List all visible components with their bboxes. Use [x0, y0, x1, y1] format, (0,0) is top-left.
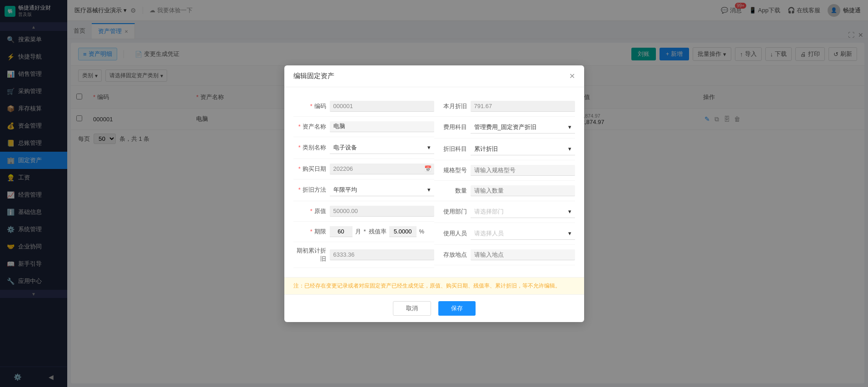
- initial-accum-label: 期初累计折旧: [293, 247, 330, 263]
- edit-asset-dialog: 编辑固定资产 ✕ 编码 资产名称: [284, 65, 584, 322]
- initial-accum-input[interactable]: [330, 249, 434, 260]
- dialog-overlay: 编辑固定资产 ✕ 编码 资产名称: [0, 0, 868, 387]
- user-select[interactable]: 请选择人员 ▾: [471, 228, 575, 240]
- monthly-dep-input: [471, 101, 575, 112]
- form-row-spec: 规格型号: [434, 160, 575, 181]
- dep-method-label: 折旧方法: [293, 186, 330, 194]
- dep-method-select[interactable]: 年限平均 ▾: [330, 184, 434, 196]
- purchase-date-input-container: 📅: [330, 164, 434, 174]
- residual-rate-input[interactable]: [389, 226, 417, 237]
- form-row-dep-account: 折旧科目 累计折旧 ▾: [434, 139, 575, 160]
- spec-label: 规格型号: [434, 166, 471, 174]
- form-row-user: 使用人员 请选择人员 ▾: [434, 223, 575, 245]
- purchase-date-label: 购买日期: [293, 165, 330, 173]
- period-input[interactable]: [330, 226, 352, 237]
- expense-account-label: 费用科目: [434, 123, 471, 131]
- dialog-footer: 取消 保存: [284, 294, 584, 322]
- period-label: 期限: [293, 228, 330, 236]
- purchase-date-input[interactable]: [330, 164, 422, 174]
- dep-account-select[interactable]: 累计折旧 ▾: [471, 143, 575, 155]
- asset-name-input[interactable]: [330, 121, 434, 132]
- user-placeholder: 请选择人员: [474, 229, 504, 238]
- dept-select[interactable]: 请选择部门 ▾: [471, 206, 575, 218]
- form-row-location: 存放地点: [434, 245, 575, 265]
- form-row-dep-method: 折旧方法 年限平均 ▾: [293, 179, 434, 201]
- spec-input[interactable]: [471, 165, 575, 176]
- quantity-label: 数量: [434, 187, 471, 195]
- form-row-code: 编码: [293, 96, 434, 117]
- form-row-quantity: 数量: [434, 181, 575, 201]
- chevron-down-icon: ▾: [568, 208, 571, 215]
- expense-account-select[interactable]: 管理费用_固定资产折旧 ▾: [471, 121, 575, 134]
- dept-label: 使用部门: [434, 208, 471, 216]
- calendar-icon[interactable]: 📅: [422, 165, 434, 172]
- category-select[interactable]: 电子设备 ▾: [330, 142, 434, 154]
- pct-unit: %: [419, 228, 425, 235]
- code-input[interactable]: [330, 101, 434, 112]
- dep-method-value: 年限平均: [333, 186, 357, 194]
- form-row-initial-accum: 期初累计折旧: [293, 242, 434, 268]
- form-row-dept: 使用部门 请选择部门 ▾: [434, 201, 575, 223]
- original-value-input[interactable]: [330, 206, 434, 217]
- period-unit: 月: [355, 228, 361, 236]
- form-row-purchase-date: 购买日期 📅: [293, 159, 434, 179]
- expense-account-value: 管理费用_固定资产折旧: [474, 123, 536, 131]
- form-row-asset-name: 资产名称: [293, 117, 434, 137]
- chevron-down-icon: ▾: [427, 144, 431, 151]
- monthly-dep-label: 本月折旧: [434, 102, 471, 110]
- note-text: 注：已经存在变更记录或者对应固定资产已经生成凭证，原值、购买日期、残值率、累计折…: [293, 283, 560, 289]
- code-label: 编码: [293, 102, 330, 110]
- chevron-down-icon: ▾: [427, 186, 431, 193]
- original-value-label: 原值: [293, 207, 330, 215]
- form-row-expense-account: 费用科目 管理费用_固定资产折旧 ▾: [434, 117, 575, 139]
- form-row-period: 期限 月 * 残值率 %: [293, 222, 434, 242]
- quantity-input[interactable]: [471, 185, 575, 196]
- dialog-close-icon[interactable]: ✕: [569, 72, 575, 80]
- dept-placeholder: 请选择部门: [474, 208, 504, 216]
- asset-name-label: 资产名称: [293, 123, 330, 131]
- dialog-note: 注：已经存在变更记录或者对应固定资产已经生成凭证，原值、购买日期、残值率、累计折…: [284, 277, 584, 294]
- save-button[interactable]: 保存: [438, 301, 476, 316]
- dep-account-label: 折旧科目: [434, 145, 471, 153]
- residual-rate-asterisk: *: [364, 228, 366, 235]
- dialog-body: 编码 资产名称 类别名称 电子设备 ▾: [284, 87, 584, 277]
- period-row-inline: 月 * 残值率 %: [330, 226, 425, 237]
- chevron-down-icon: ▾: [568, 145, 571, 152]
- residual-rate-label: 残值率: [369, 228, 387, 236]
- form-row-category: 类别名称 电子设备 ▾: [293, 137, 434, 159]
- dialog-title: 编辑固定资产: [293, 72, 334, 80]
- dialog-form: 编码 资产名称 类别名称 电子设备 ▾: [293, 96, 575, 268]
- location-label: 存放地点: [434, 251, 471, 259]
- category-label: 类别名称: [293, 144, 330, 152]
- chevron-down-icon: ▾: [568, 124, 571, 130]
- chevron-down-icon: ▾: [568, 230, 571, 237]
- form-row-monthly-dep: 本月折旧: [434, 96, 575, 117]
- cancel-button[interactable]: 取消: [393, 301, 431, 316]
- form-left-col: 编码 资产名称 类别名称 电子设备 ▾: [293, 96, 434, 268]
- dep-account-value: 累计折旧: [474, 145, 498, 153]
- dialog-header: 编辑固定资产 ✕: [284, 65, 584, 87]
- user-label: 使用人员: [434, 229, 471, 238]
- category-value: 电子设备: [333, 144, 357, 152]
- location-input[interactable]: [471, 249, 575, 260]
- form-row-original-value: 原值: [293, 201, 434, 222]
- form-right-col: 本月折旧 费用科目 管理费用_固定资产折旧 ▾ 折旧科目: [434, 96, 575, 268]
